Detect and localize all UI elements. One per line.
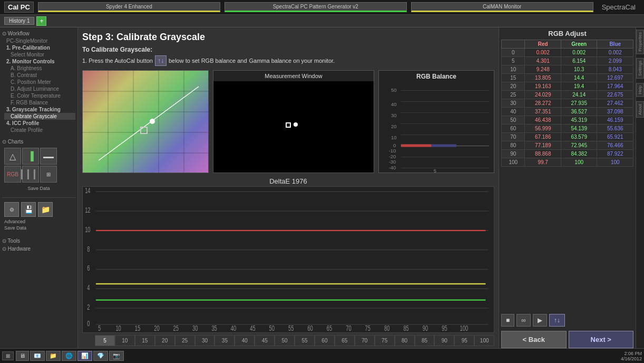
sidebar-item-calibrate-grayscale[interactable]: Calibrate Grayscale bbox=[4, 113, 75, 120]
svg-text:65: 65 bbox=[327, 324, 333, 332]
step-label-15[interactable]: 15 bbox=[135, 335, 155, 346]
chart-icon-line[interactable]: ▬▬ bbox=[40, 148, 57, 165]
properties-tab[interactable]: Properties bbox=[636, 30, 644, 54]
row-label: 50 bbox=[502, 116, 525, 125]
sidebar-item-monitor-controls[interactable]: 2. Monitor Controls bbox=[4, 58, 75, 65]
step-label-40[interactable]: 40 bbox=[235, 335, 255, 346]
step-label-20[interactable]: 20 bbox=[155, 335, 175, 346]
back-button[interactable]: < Back bbox=[501, 331, 567, 348]
row-blue: 22.675 bbox=[597, 91, 633, 99]
measure-square-point bbox=[286, 122, 291, 128]
step-label-25[interactable]: 25 bbox=[175, 335, 195, 346]
row-red: 37.351 bbox=[525, 108, 561, 116]
sidebar-icon-row: ⚙ 💾 📁 bbox=[4, 200, 73, 219]
sidebar-section-workflow[interactable]: ⊙ Workflow bbox=[2, 30, 75, 37]
step-label-35[interactable]: 35 bbox=[214, 335, 235, 346]
table-row: 100 99.7 100 100 bbox=[502, 158, 633, 167]
row-label: 10 bbox=[502, 65, 525, 74]
taskbar-item-4[interactable]: 🌐 bbox=[62, 351, 76, 361]
row-label: 70 bbox=[502, 133, 525, 141]
deltae-section: DeltaE 1976 0 2 4 6 8 10 12 14 bbox=[82, 177, 494, 333]
sidebar-item-contrast[interactable]: B. Contrast bbox=[4, 72, 75, 79]
row-label: 90 bbox=[502, 150, 525, 158]
help-tab[interactable]: Help bbox=[636, 83, 644, 97]
row-green: 100 bbox=[561, 158, 597, 167]
history-add-button[interactable]: + bbox=[36, 16, 46, 26]
autocal-button[interactable]: ↑↓ bbox=[549, 314, 565, 327]
advanced-icon[interactable]: ⚙ bbox=[4, 202, 19, 217]
sidebar-section-charts[interactable]: ⊙ Charts bbox=[2, 138, 75, 146]
infinity-button[interactable]: ∞ bbox=[516, 314, 531, 327]
step-label-60[interactable]: 60 bbox=[315, 335, 335, 346]
spyder-tool[interactable]: Spyder 4 Enhanced bbox=[38, 2, 220, 12]
rgb-table-header-row bbox=[502, 40, 525, 49]
sidebar-item-position-meter[interactable]: C. Position Meter bbox=[4, 79, 75, 85]
step-label-5[interactable]: 5 bbox=[95, 335, 115, 346]
taskbar-item-2[interactable]: 📧 bbox=[30, 351, 45, 361]
pattern-gen-tool[interactable]: SpectraCal PC Pattern Generator v2 bbox=[225, 2, 407, 12]
row-green: 27.935 bbox=[561, 99, 597, 108]
stop-button[interactable]: ■ bbox=[501, 314, 514, 327]
save-icon[interactable]: 💾 bbox=[21, 202, 36, 217]
chart-icon-bar2[interactable]: ▎▎▎ bbox=[22, 166, 39, 183]
row-red: 0.002 bbox=[525, 49, 561, 57]
topbar: Cal PC Spyder 4 Enhanced SpectraCal PC P… bbox=[0, 0, 644, 15]
row-label: 0 bbox=[502, 49, 525, 57]
rgb-table-header-green: Green bbox=[561, 40, 597, 49]
folder-icon[interactable]: 📁 bbox=[38, 202, 53, 217]
table-row: 90 88.868 84.382 87.922 bbox=[502, 150, 633, 158]
step-label-85[interactable]: 85 bbox=[415, 335, 435, 346]
sidebar-item-precal[interactable]: 1. Pre-Calibration bbox=[4, 44, 75, 51]
row-label: 100 bbox=[502, 158, 525, 167]
step-label-100[interactable]: 100 bbox=[474, 335, 494, 346]
chart-icon-rgb[interactable]: RGB bbox=[4, 166, 21, 183]
settings-tab[interactable]: Settings bbox=[636, 58, 644, 79]
play-button[interactable]: ▶ bbox=[533, 314, 547, 327]
sidebar-item-rgb-balance[interactable]: F. RGB Balance bbox=[4, 99, 75, 106]
sidebar-item-pc-singlemonitor[interactable]: PC-SingleMonitor bbox=[4, 37, 75, 44]
history-tab[interactable]: History 1 bbox=[4, 17, 34, 25]
sidebar-section-tools[interactable]: ⊙ Tools bbox=[2, 237, 75, 245]
row-blue: 87.922 bbox=[597, 150, 633, 158]
sidebar-item-brightness[interactable]: A. Brightness bbox=[4, 65, 75, 72]
calman-monitor-tool[interactable]: CalMAN Monitor bbox=[411, 2, 593, 12]
sidebar-item-color-temp[interactable]: E. Color Temperature bbox=[4, 92, 75, 99]
step-label-80[interactable]: 80 bbox=[395, 335, 415, 346]
about-tab[interactable]: About bbox=[636, 101, 644, 118]
sidebar-item-icc-profile[interactable]: 4. ICC Profile bbox=[4, 120, 75, 127]
taskbar-item-active[interactable]: 📊 bbox=[77, 351, 92, 361]
sidebar-section-hardware[interactable]: ⊙ Hardware bbox=[2, 245, 75, 253]
sidebar-item-select-monitor[interactable]: Select Monitor bbox=[4, 51, 75, 58]
chart-icon-datafield[interactable]: ⊞ bbox=[40, 166, 57, 183]
step-label-65[interactable]: 65 bbox=[335, 335, 355, 346]
taskbar-item-5[interactable]: 💎 bbox=[93, 351, 108, 361]
rgb-balance-title: RGB Balance bbox=[379, 71, 494, 82]
next-button[interactable]: Next > bbox=[569, 331, 634, 348]
properties-panel: Properties Settings Help About bbox=[636, 27, 644, 350]
sidebar-item-grayscale-tracking[interactable]: 3. Grayscale Tracking bbox=[4, 106, 75, 113]
svg-text:30: 30 bbox=[192, 324, 198, 332]
taskbar-item-1[interactable]: 🖥 bbox=[16, 351, 29, 361]
step-label-10[interactable]: 10 bbox=[115, 335, 135, 346]
sidebar-item-adjust-luminance[interactable]: D. Adjust Luminance bbox=[4, 85, 75, 92]
step-label-95[interactable]: 95 bbox=[454, 335, 474, 346]
step-label-30[interactable]: 30 bbox=[195, 335, 215, 346]
deltae-svg: 0 2 4 6 8 10 12 14 bbox=[83, 187, 494, 332]
step-label-55[interactable]: 55 bbox=[295, 335, 315, 346]
step-label-70[interactable]: 70 bbox=[355, 335, 375, 346]
step-label-50[interactable]: 50 bbox=[275, 335, 295, 346]
taskbar-item-3[interactable]: 📁 bbox=[46, 351, 61, 361]
svg-text:35: 35 bbox=[211, 324, 217, 332]
step-label-75[interactable]: 75 bbox=[375, 335, 395, 346]
start-button[interactable]: ⊞ bbox=[2, 351, 14, 360]
step-label-45[interactable]: 45 bbox=[255, 335, 275, 346]
row-red: 28.272 bbox=[525, 99, 561, 108]
svg-text:100: 100 bbox=[460, 324, 469, 332]
sidebar-item-create-profile[interactable]: Create Profile bbox=[4, 127, 75, 133]
svg-text:6: 6 bbox=[87, 264, 90, 272]
row-blue: 46.159 bbox=[597, 116, 633, 125]
taskbar-item-6[interactable]: 📷 bbox=[109, 351, 124, 361]
step-label-90[interactable]: 90 bbox=[434, 335, 454, 346]
chart-icon-bar[interactable]: ▐ bbox=[22, 148, 39, 165]
chart-icon-delta[interactable]: △ bbox=[4, 148, 21, 165]
